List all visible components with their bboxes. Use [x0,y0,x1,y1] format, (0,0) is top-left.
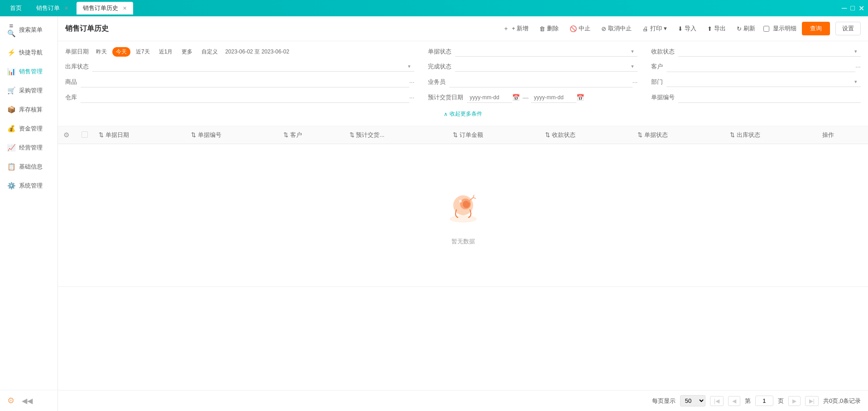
first-page-button[interactable]: |◀ [710,396,724,406]
more-date-btn[interactable]: 更多 [178,47,196,57]
warehouse-input[interactable] [81,92,409,103]
delivery-status-label: 出库状态 [65,63,89,71]
content-area: 销售订单历史 ＋ + 新增 🗑 删除 🚫 中止 ⊘ 取消中止 [58,16,868,411]
sidebar-item-operations[interactable]: 📈 经营管理 [0,138,58,157]
col-order-status[interactable]: ⇅ 单据状态 [632,126,724,144]
last-page-button[interactable]: ▶| [805,396,819,406]
sidebar-item-inventory[interactable]: 📦 库存核算 [0,100,58,119]
order-number-input[interactable] [678,92,861,103]
import-button[interactable]: ⬇ 导入 [675,23,699,34]
system-mgmt-icon: ⚙️ [7,182,15,190]
customer-input[interactable] [667,61,855,72]
delivery-date-from-icon[interactable]: 📅 [512,94,520,101]
custom-date-btn[interactable]: 自定义 [198,47,221,57]
delivery-status-select[interactable]: ▾ [92,62,414,72]
maximize-button[interactable]: □ [850,4,855,12]
delete-button[interactable]: 🗑 删除 [537,23,561,34]
export-button[interactable]: ⬆ 导出 [705,23,729,34]
filter-date: 单据日期 昨天 今天 近7天 近1月 更多 自定义 2023-06-02 至 2… [65,47,414,57]
delivery-date-to-icon[interactable]: 📅 [576,94,584,101]
prev-page-button[interactable]: ◀ [728,396,740,406]
svg-line-6 [473,195,474,198]
quick-nav-icon: ⚡ [7,48,15,57]
complete-status-label: 完成状态 [428,63,451,71]
filter-payment-status: 收款状态 ▾ [651,47,861,57]
customer-more-icon[interactable]: ··· [855,63,861,70]
stop-button[interactable]: 🚫 中止 [567,23,593,34]
tab-sales-order[interactable]: 销售订单 ✕ [30,2,75,15]
column-settings-icon[interactable]: ⚙ [63,131,69,139]
filter-row-4: 仓库 ··· 预计交货日期 📅 — 📅 单据编号 [65,92,861,103]
sidebar-item-finance[interactable]: 💰 资金管理 [0,119,58,138]
svg-point-3 [463,201,470,208]
page-size-select[interactable]: 50 10 20 100 [680,395,705,406]
date-label: 单据日期 [65,48,89,56]
filter-order-number: 单据编号 [651,92,861,103]
close-tab-sales-order-history[interactable]: ✕ [123,5,127,11]
filter-order-status: 单据状态 ▾ [428,47,638,57]
sidebar-settings-icon[interactable]: ⚙ [7,396,14,406]
sidebar-item-basic-info[interactable]: 📋 基础信息 [0,157,58,176]
sidebar-item-system-mgmt[interactable]: ⚙️ 系统管理 [0,176,58,195]
7days-btn[interactable]: 近7天 [132,47,153,57]
order-status-select[interactable]: ▾ [455,47,638,57]
page-input[interactable] [755,396,773,406]
empty-state-cell: 暂无数据 [58,144,868,287]
sidebar-item-search-menu[interactable]: ≡🔍 搜索菜单 [0,16,58,43]
page-jump-label: 第 [745,397,751,405]
salesperson-more-icon[interactable]: ··· [633,78,638,86]
goods-input[interactable] [81,77,409,87]
table-header-row: ⚙ ⇅ 单据日期 ⇅ 单据编号 [58,126,868,144]
yesterday-btn[interactable]: 昨天 [92,47,110,57]
today-btn[interactable]: 今天 [112,47,130,57]
new-button[interactable]: ＋ + 新增 [500,23,531,34]
salesperson-input[interactable] [449,77,632,87]
department-select[interactable]: ▾ [667,77,861,87]
goods-more-icon[interactable]: ··· [409,78,415,86]
delivery-date-to-input[interactable] [531,92,576,103]
tab-sales-order-history[interactable]: 销售订单历史 ✕ [77,2,133,15]
complete-status-select[interactable]: ▾ [455,62,638,72]
inventory-icon: 📦 [7,106,15,114]
display-detail-checkbox[interactable] [763,26,769,32]
svg-line-5 [473,198,476,198]
select-all-checkbox[interactable] [82,131,88,138]
sidebar-item-purchase-mgmt[interactable]: 🛒 采购管理 [0,81,58,100]
col-customer[interactable]: ⇅ 客户 [278,126,344,144]
cancel-stop-button[interactable]: ⊘ 取消中止 [599,23,634,34]
sidebar: ≡🔍 搜索菜单 ⚡ 快捷导航 📊 销售管理 🛒 采购管理 📦 库存核算 💰 资金… [0,16,58,411]
department-label: 部门 [651,78,663,86]
payment-status-select[interactable]: ▾ [678,47,861,57]
order-status-arrow: ▾ [631,48,634,54]
display-detail-toggle[interactable]: 显示明细 [763,24,796,33]
close-tab-sales-order[interactable]: ✕ [64,5,68,11]
settings-button[interactable]: 设置 [835,22,861,35]
filter-complete-status: 完成状态 ▾ [428,62,638,72]
next-page-button[interactable]: ▶ [788,396,801,406]
print-button[interactable]: 🖨 打印 ▾ [640,23,670,34]
col-delivery-status[interactable]: ⇅ 出库状态 [724,126,817,144]
30days-btn[interactable]: 近1月 [155,47,177,57]
col-delivery-date[interactable]: ⇅ 预计交货... [344,126,447,144]
col-action: 操作 [817,126,868,144]
tab-home[interactable]: 首页 [4,2,28,15]
delivery-date-from-input[interactable] [467,92,512,103]
collapse-conditions[interactable]: ∧ 收起更多条件 [65,107,861,121]
empty-state-row: 暂无数据 [58,144,868,287]
sidebar-bottom: ⚙ ◀◀ [0,390,58,411]
col-amount[interactable]: ⇅ 订单金额 [447,126,540,144]
warehouse-more-icon[interactable]: ··· [409,94,415,101]
col-number[interactable]: ⇅ 单据编号 [186,126,278,144]
sidebar-item-sales-mgmt[interactable]: 📊 销售管理 [0,62,58,81]
filter-area: 单据日期 昨天 今天 近7天 近1月 更多 自定义 2023-06-02 至 2… [58,41,868,126]
refresh-button[interactable]: ↻ 刷新 [734,23,758,34]
page-header: 销售订单历史 ＋ + 新增 🗑 删除 🚫 中止 ⊘ 取消中止 [58,16,868,41]
col-date[interactable]: ⇅ 单据日期 [93,126,186,144]
col-payment-status[interactable]: ⇅ 收款状态 [540,126,632,144]
sidebar-collapse-icon[interactable]: ◀◀ [22,396,33,405]
import-icon: ⬇ [678,25,683,32]
query-button[interactable]: 查询 [802,22,830,35]
minimize-button[interactable]: ─ [842,4,847,12]
sidebar-item-quick-nav[interactable]: ⚡ 快捷导航 [0,43,58,62]
close-button[interactable]: ✕ [858,4,864,13]
